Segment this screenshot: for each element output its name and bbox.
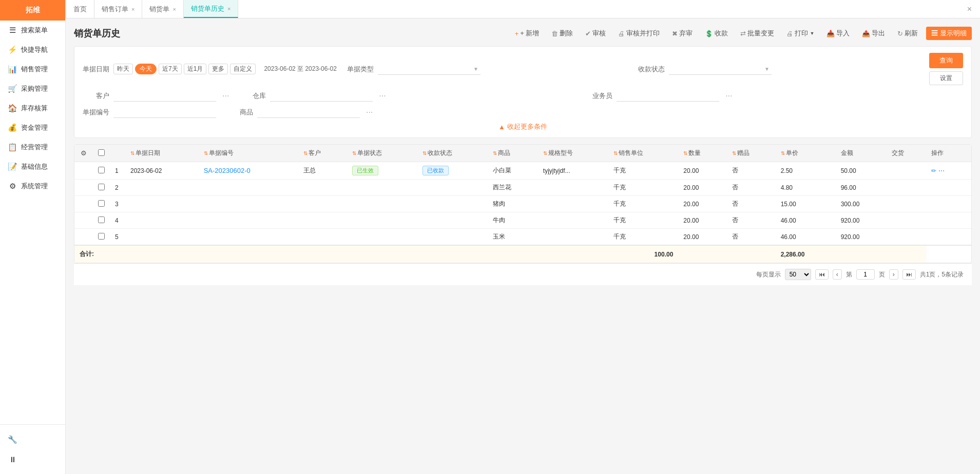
sidebar-item-collapse[interactable]: ⏸	[0, 449, 65, 469]
row-checkbox[interactable]	[98, 233, 105, 240]
date-btn-custom[interactable]: 自定义	[230, 64, 256, 74]
query-button[interactable]: 查询	[929, 53, 963, 68]
delete-button[interactable]: 🗑 删除	[547, 27, 577, 40]
settings-icon: 🔧	[8, 435, 17, 444]
date-btn-1month[interactable]: 近1月	[184, 64, 207, 74]
collect-status-select[interactable]	[669, 64, 772, 74]
display-detail-button[interactable]: ☰ 显示明细	[926, 27, 972, 40]
col-quantity[interactable]: ⇅数量	[678, 145, 727, 162]
refresh-button[interactable]: ↻ 刷新	[893, 27, 922, 40]
sidebar-item-search-menu[interactable]: ☰ 搜索菜单	[0, 21, 65, 40]
col-doc-status[interactable]: ⇅单据状态	[347, 145, 417, 162]
sidebar-item-sales-mgmt[interactable]: 📊 销售管理	[0, 60, 65, 79]
customer-input[interactable]	[113, 90, 216, 102]
row-checkbox[interactable]	[98, 200, 105, 207]
tab-sales-goods-close[interactable]: ×	[172, 6, 176, 12]
review-button[interactable]: ✔ 审核	[581, 27, 610, 40]
col-checkbox[interactable]	[93, 145, 110, 162]
date-btn-7days[interactable]: 近7天	[159, 64, 182, 74]
col-collect-status[interactable]: ⇅收款状态	[417, 145, 488, 162]
row-checkbox[interactable]	[98, 167, 105, 173]
date-btn-yesterday[interactable]: 昨天	[113, 64, 133, 74]
table-settings-icon[interactable]: ⚙	[81, 149, 87, 157]
warehouse-input[interactable]	[270, 90, 373, 102]
sidebar-label-quick-nav: 快捷导航	[21, 45, 48, 54]
print-button[interactable]: 🖨 打印 ▼	[782, 27, 818, 40]
tab-sales-order[interactable]: 销售订单 ×	[94, 0, 142, 18]
goods-input[interactable]	[257, 107, 360, 118]
collect-button[interactable]: 💲 收款	[701, 27, 732, 40]
warehouse-dots-icon[interactable]: ···	[379, 91, 386, 101]
filter-customer: 客户 ···	[83, 90, 229, 102]
sidebar-item-quick-nav[interactable]: ⚡ 快捷导航	[0, 40, 65, 60]
checkbox-cell[interactable]	[93, 196, 110, 212]
toolbar: + + 新增 🗑 删除 ✔ 审核 🖨 审核并打印 ✖ 弃审	[511, 27, 972, 40]
col-sales-unit[interactable]: ⇅销售单位	[608, 145, 679, 162]
doc-number-input[interactable]	[113, 107, 216, 118]
col-gift[interactable]: ⇅赠品	[727, 145, 776, 162]
col-unit-price[interactable]: ⇅单价	[776, 145, 836, 162]
doc-number-link[interactable]: SA-20230602-0	[204, 167, 251, 174]
row-checkbox[interactable]	[98, 216, 105, 223]
sidebar-item-base-info[interactable]: 📝 基础信息	[0, 157, 65, 176]
checkbox-cell[interactable]	[93, 212, 110, 229]
new-button[interactable]: + + 新增	[511, 27, 544, 40]
page-next-button[interactable]: ›	[889, 269, 898, 280]
checkbox-cell[interactable]	[93, 229, 110, 246]
date-btn-today[interactable]: 今天	[135, 64, 157, 74]
window-close-button[interactable]: ×	[959, 5, 980, 14]
tab-home[interactable]: 首页	[66, 0, 94, 18]
tab-sales-history-close[interactable]: ×	[227, 6, 230, 12]
col-settings[interactable]: ⚙	[74, 145, 93, 162]
sidebar-item-inventory[interactable]: 🏠 库存核算	[0, 98, 65, 118]
goods-cell: 小白菜	[488, 162, 538, 180]
col-goods[interactable]: ⇅商品	[488, 145, 538, 162]
tab-sales-order-close[interactable]: ×	[131, 6, 134, 12]
import-button[interactable]: 📥 导入	[822, 27, 854, 40]
doc-type-select[interactable]	[378, 64, 481, 74]
row-checkbox[interactable]	[98, 184, 105, 190]
review-print-icon: 🖨	[618, 30, 625, 37]
collect-status-cell: 已收款	[417, 162, 488, 180]
page-last-button[interactable]: ⏭	[902, 269, 916, 280]
page-number-input[interactable]	[856, 269, 875, 280]
quantity-cell: 20.00	[678, 212, 727, 229]
set-button[interactable]: 设置	[929, 71, 963, 85]
salesperson-dots-icon[interactable]: ···	[725, 91, 732, 101]
edit-action-btn[interactable]: ✏	[931, 167, 936, 174]
collapse-button[interactable]: ▲ 收起更多条件	[498, 122, 547, 131]
select-all-checkbox[interactable]	[98, 149, 105, 156]
more-action-btn[interactable]: ⋯	[938, 167, 945, 174]
customer-dots-icon[interactable]: ···	[222, 91, 229, 101]
page-first-button[interactable]: ⏮	[815, 269, 829, 280]
export-button[interactable]: 📤 导出	[858, 27, 889, 40]
batch-change-button[interactable]: ⇄ 批量变更	[736, 27, 778, 40]
table-scroll[interactable]: ⚙ ⇅单据日期 ⇅单据编号	[74, 145, 971, 263]
salesperson-input[interactable]	[617, 90, 719, 102]
sidebar-item-operations[interactable]: 📋 经营管理	[0, 137, 65, 157]
col-spec[interactable]: ⇅规格型号	[538, 145, 608, 162]
col-customer[interactable]: ⇅客户	[298, 145, 347, 162]
per-page-select[interactable]: 50 100	[785, 269, 811, 280]
sidebar-item-finance[interactable]: 💰 资金管理	[0, 118, 65, 137]
page-prev-button[interactable]: ‹	[833, 269, 842, 280]
review-print-button[interactable]: 🖨 审核并打印	[614, 27, 664, 40]
col-doc-number[interactable]: ⇅单据编号	[199, 145, 299, 162]
date-btn-more[interactable]: 更多	[208, 64, 228, 74]
col-doc-date[interactable]: ⇅单据日期	[125, 145, 199, 162]
operations-icon: 📋	[8, 143, 17, 152]
tab-sales-goods[interactable]: 销货单 ×	[142, 0, 183, 18]
sidebar-item-purchase-mgmt[interactable]: 🛒 采购管理	[0, 79, 65, 98]
tab-sales-history[interactable]: 销货单历史 ×	[184, 0, 238, 18]
sidebar-item-settings[interactable]: 🔧	[0, 430, 65, 449]
sidebar-label-finance: 资金管理	[21, 123, 48, 132]
date-range-display: 2023-06-02 至 2023-06-02	[264, 65, 336, 73]
spec-cell	[538, 196, 608, 212]
sidebar-item-system-mgmt[interactable]: ⚙ 系统管理	[0, 176, 65, 196]
table-row: 1 2023-06-02 SA-20230602-0 王总 已生效 已收款 小白…	[74, 162, 971, 180]
abandon-button[interactable]: ✖ 弃审	[668, 27, 697, 40]
goods-dots-icon[interactable]: ···	[366, 108, 373, 117]
checkbox-cell[interactable]	[93, 180, 110, 196]
checkbox-cell[interactable]	[93, 162, 110, 180]
footer-amount-cell: 2,286.00	[776, 245, 836, 263]
